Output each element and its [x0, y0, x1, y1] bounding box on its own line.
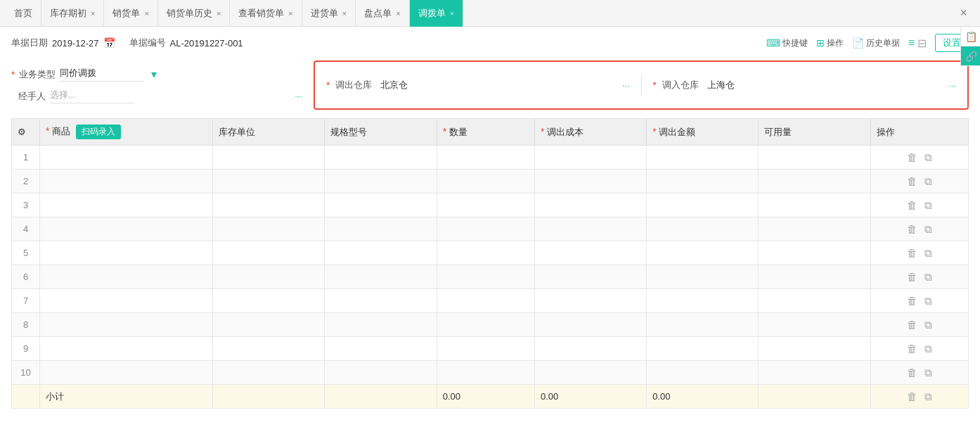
row-copy-icon[interactable]: ⧉	[924, 151, 932, 163]
row-delete-icon[interactable]: 🗑	[907, 271, 917, 283]
operator-value[interactable]: 选择...	[50, 89, 134, 103]
tab-transfer-order-close[interactable]: ×	[450, 9, 454, 18]
product-cell[interactable]	[40, 146, 213, 170]
spec-cell[interactable]	[325, 146, 437, 170]
row-delete-icon[interactable]: 🗑	[907, 175, 917, 187]
row-copy-icon[interactable]: ⧉	[924, 271, 932, 283]
row-copy-icon[interactable]: ⧉	[924, 247, 932, 259]
available-cell[interactable]	[759, 313, 870, 337]
qty-cell[interactable]	[437, 337, 534, 361]
unit-cell[interactable]	[213, 146, 325, 170]
row-copy-icon[interactable]: ⧉	[924, 175, 932, 187]
unit-cell[interactable]	[213, 217, 325, 241]
unit-cell[interactable]	[213, 313, 325, 337]
spec-cell[interactable]	[325, 313, 437, 337]
row-delete-icon[interactable]: 🗑	[907, 247, 917, 259]
tab-sales-order[interactable]: 销货单 ×	[104, 0, 157, 27]
tab-inventory-init[interactable]: 库存期初 ×	[41, 0, 104, 27]
cost-cell[interactable]	[534, 241, 646, 265]
product-cell[interactable]	[40, 170, 213, 193]
unit-cell[interactable]	[213, 265, 325, 289]
ops-button[interactable]: ⊞ 操作	[816, 37, 844, 49]
product-cell[interactable]	[40, 337, 213, 361]
unit-cell[interactable]	[213, 361, 325, 385]
spec-cell[interactable]	[325, 265, 437, 289]
row-copy-icon[interactable]: ⧉	[924, 295, 932, 307]
tab-home[interactable]: 首页	[6, 0, 41, 27]
business-type-dropdown-icon[interactable]: ▾	[151, 68, 157, 81]
row-copy-icon[interactable]: ⧉	[924, 367, 932, 378]
qty-cell[interactable]	[437, 313, 534, 337]
row-copy-icon[interactable]: ⧉	[924, 199, 932, 211]
warehouse-out-more-icon[interactable]: ···	[622, 80, 630, 91]
window-close-button[interactable]: ×	[953, 6, 974, 20]
amount-cell[interactable]	[647, 146, 759, 170]
product-cell[interactable]	[40, 241, 213, 265]
tab-inventory-check[interactable]: 盘点单 ×	[356, 0, 409, 27]
available-cell[interactable]	[759, 170, 870, 193]
unit-cell[interactable]	[213, 289, 325, 313]
warehouse-in-value[interactable]: 上海仓	[707, 79, 763, 91]
qty-cell[interactable]	[437, 146, 534, 170]
tab-purchase-order-close[interactable]: ×	[342, 9, 347, 18]
amount-cell[interactable]	[647, 265, 759, 289]
tab-view-sales-close[interactable]: ×	[288, 9, 292, 18]
tab-purchase-order[interactable]: 进货单 ×	[302, 0, 356, 27]
available-cell[interactable]	[759, 361, 870, 385]
grid-view-button[interactable]: ⊟	[917, 37, 927, 50]
qty-cell[interactable]	[437, 265, 534, 289]
product-cell[interactable]	[40, 217, 213, 241]
cost-cell[interactable]	[534, 193, 646, 217]
cost-cell[interactable]	[534, 313, 646, 337]
amount-cell[interactable]	[647, 361, 759, 385]
product-cell[interactable]	[40, 313, 213, 337]
qty-cell[interactable]	[437, 193, 534, 217]
unit-cell[interactable]	[213, 241, 325, 265]
operator-more-icon[interactable]: ···	[295, 91, 302, 101]
row-delete-icon[interactable]: 🗑	[907, 367, 917, 378]
col-header-gear[interactable]: ⚙	[12, 119, 40, 146]
shortcut-key-button[interactable]: ⌨ 快捷键	[766, 37, 808, 49]
amount-cell[interactable]	[647, 170, 759, 193]
qty-cell[interactable]	[437, 217, 534, 241]
product-cell[interactable]	[40, 265, 213, 289]
row-copy-icon[interactable]: ⧉	[924, 223, 932, 235]
available-cell[interactable]	[759, 337, 870, 361]
row-delete-icon[interactable]: 🗑	[907, 151, 917, 163]
available-cell[interactable]	[759, 265, 870, 289]
tab-inventory-init-close[interactable]: ×	[91, 9, 95, 18]
row-copy-icon[interactable]: ⧉	[924, 319, 932, 331]
available-cell[interactable]	[759, 193, 870, 217]
row-delete-icon[interactable]: 🗑	[907, 295, 917, 307]
qty-cell[interactable]	[437, 361, 534, 385]
spec-cell[interactable]	[325, 217, 437, 241]
spec-cell[interactable]	[325, 170, 437, 193]
qty-cell[interactable]	[437, 241, 534, 265]
product-cell[interactable]	[40, 193, 213, 217]
available-cell[interactable]	[759, 241, 870, 265]
tab-view-sales[interactable]: 查看销货单 ×	[230, 0, 302, 27]
product-cell[interactable]	[40, 289, 213, 313]
row-copy-icon[interactable]: ⧉	[924, 343, 932, 355]
row-delete-icon[interactable]: 🗑	[907, 319, 917, 331]
warehouse-out-value[interactable]: 北京仓	[380, 79, 437, 91]
amount-cell[interactable]	[647, 193, 759, 217]
cost-cell[interactable]	[534, 337, 646, 361]
list-view-button[interactable]: ≡	[908, 37, 915, 49]
row-delete-icon[interactable]: 🗑	[907, 343, 917, 355]
cost-cell[interactable]	[534, 361, 646, 385]
product-cell[interactable]	[40, 361, 213, 385]
tab-sales-history[interactable]: 销货单历史 ×	[158, 0, 230, 27]
side-panel-doc-icon[interactable]: 📋	[961, 27, 980, 46]
row-delete-icon[interactable]: 🗑	[907, 199, 917, 211]
qty-cell[interactable]	[437, 289, 534, 313]
warehouse-in-more-icon[interactable]: ···	[948, 80, 956, 91]
business-type-value[interactable]: 同价调拨	[60, 67, 144, 82]
spec-cell[interactable]	[325, 337, 437, 361]
amount-cell[interactable]	[647, 289, 759, 313]
subtotal-delete-icon[interactable]: 🗑	[907, 390, 917, 402]
unit-cell[interactable]	[213, 193, 325, 217]
spec-cell[interactable]	[325, 361, 437, 385]
calendar-icon[interactable]: 📅	[103, 37, 115, 49]
history-docs-button[interactable]: 📄 历史单据	[852, 37, 900, 49]
